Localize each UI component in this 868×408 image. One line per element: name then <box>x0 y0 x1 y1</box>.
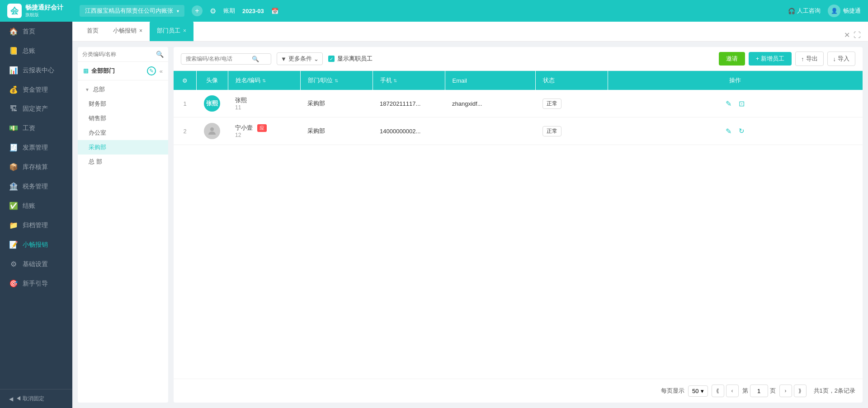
resigned-checkbox[interactable]: ✓ <box>328 56 335 62</box>
service-button[interactable]: 🎧 人工咨询 <box>788 7 821 15</box>
pin-label: ◀ 取消固定 <box>16 395 44 403</box>
page-number-input[interactable] <box>750 385 768 397</box>
prev-page-button[interactable]: ‹ <box>726 385 739 397</box>
company-selector[interactable]: 江西服宝精品有限责任公司内账张 ▾ <box>80 5 184 17</box>
settings-icon[interactable]: ⚙ <box>210 7 216 15</box>
sidebar-item-reports[interactable]: 📊 云报表中心 <box>0 61 72 80</box>
svg-point-0 <box>210 127 214 131</box>
reports-icon: 📊 <box>9 66 18 75</box>
import-button[interactable]: ↓ 导入 <box>827 52 856 66</box>
row2-status-cell: 正常 <box>535 117 608 145</box>
sidebar-label-home: 首页 <box>23 28 35 36</box>
tab-expense-close[interactable]: × <box>139 28 142 34</box>
sidebar-item-capital[interactable]: 💰 资金管理 <box>0 80 72 99</box>
th-dept[interactable]: 部门/职位 ⇅ <box>300 71 373 90</box>
invite-button[interactable]: 邀请 <box>719 52 745 66</box>
row1-action-icons: ✎ ⊡ <box>615 99 855 108</box>
user-info[interactable]: 👤 畅捷通 <box>828 5 861 17</box>
dept-node-office[interactable]: 办公室 <box>78 126 168 140</box>
row1-logout-icon[interactable]: ⊡ <box>739 99 745 108</box>
th-email: Email <box>445 71 535 90</box>
tab-home[interactable]: 首页 <box>80 22 106 41</box>
emp-search-icon[interactable]: 🔍 <box>252 56 259 62</box>
row2-avatar-cell <box>196 117 228 145</box>
sidebar-item-inventory[interactable]: 📦 库存核算 <box>0 157 72 177</box>
sidebar-pin-toggle[interactable]: ◀ ◀ 取消固定 <box>0 389 72 408</box>
tab-home-label: 首页 <box>87 27 99 35</box>
period-value[interactable]: 2023-03 <box>242 8 264 14</box>
th-name[interactable]: 姓名/编码 ⇅ <box>228 71 300 90</box>
dept-search-input[interactable] <box>82 51 153 57</box>
next-page-button[interactable]: › <box>779 385 792 397</box>
sidebar-label-invoice: 发票管理 <box>23 144 48 152</box>
sidebar-item-settings[interactable]: ⚙ 基础设置 <box>0 254 72 274</box>
logo-area: 会 畅捷通好会计 旗舰版 <box>7 4 80 18</box>
tab-bar: 首页 小畅报销 × 部门员工 × ✕ ⛶ <box>72 22 868 42</box>
more-filter-button[interactable]: ▼ 更多条件 ⌄ <box>277 52 323 65</box>
row2-edit-icon[interactable]: ✎ <box>726 127 731 136</box>
dept-header-icons: ✎ « <box>147 66 163 75</box>
row2-status-badge: 正常 <box>542 126 561 136</box>
sidebar-item-tax[interactable]: 🏦 税务管理 <box>0 177 72 196</box>
th-phone[interactable]: 手机 ⇅ <box>373 71 445 90</box>
sidebar-label-settle: 结账 <box>23 202 35 210</box>
username: 畅捷通 <box>843 7 861 15</box>
capital-icon: 💰 <box>9 85 18 94</box>
th-settings[interactable]: ⚙ <box>174 71 196 90</box>
invoice-icon: 🧾 <box>9 143 18 152</box>
dept-node-hq2[interactable]: 总 部 <box>78 155 168 169</box>
emp-search-input[interactable] <box>186 56 249 62</box>
sidebar-item-ledger[interactable]: 📒 总账 <box>0 41 72 61</box>
tab-dept-emp-close[interactable]: × <box>183 28 186 34</box>
dept-node-hq[interactable]: ▼ 总部 <box>78 82 168 97</box>
page-size-select[interactable]: 50 ▾ <box>688 385 708 397</box>
add-emp-button[interactable]: + 新增员工 <box>749 52 792 66</box>
row2-delete-icon[interactable]: ↻ <box>739 127 745 135</box>
tab-expense[interactable]: 小畅报销 × <box>106 22 150 41</box>
settings-nav-icon: ⚙ <box>9 260 18 268</box>
sidebar-item-invoice[interactable]: 🧾 发票管理 <box>0 138 72 157</box>
sidebar-label-tax: 税务管理 <box>23 183 48 191</box>
tax-icon: 🏦 <box>9 182 18 191</box>
sidebar-item-settle[interactable]: ✅ 结账 <box>0 196 72 216</box>
show-resigned-toggle[interactable]: ✓ 显示离职员工 <box>328 55 373 63</box>
headset-icon: 🎧 <box>788 8 795 14</box>
sidebar-item-assets[interactable]: 🏗 固定资产 <box>0 99 72 118</box>
export-button[interactable]: ↑ 导出 <box>795 52 824 66</box>
calendar-icon[interactable]: 📅 <box>271 8 278 14</box>
expand-window-icon[interactable]: ⛶ <box>854 31 861 39</box>
th-status: 状态 <box>535 71 608 90</box>
more-filter-label: 更多条件 <box>288 55 312 63</box>
page-size-arrow-icon: ▾ <box>701 388 704 394</box>
first-page-button[interactable]: ⟪ <box>712 385 724 397</box>
tab-dept-emp-label: 部门员工 <box>157 27 180 35</box>
tab-dept-emp[interactable]: 部门员工 × <box>150 22 193 41</box>
dept-node-sales[interactable]: 销售部 <box>78 111 168 126</box>
sidebar-label-inventory: 库存核算 <box>23 163 48 171</box>
row1-edit-icon[interactable]: ✎ <box>726 99 731 108</box>
all-dept-label[interactable]: 全部部门 <box>91 67 115 75</box>
sidebar-label-assets: 固定资产 <box>23 105 48 113</box>
dept-header: ⊞ 全部部门 ✎ « <box>78 62 168 80</box>
dept-collapse-icon[interactable]: « <box>160 68 163 75</box>
dept-edit-icon[interactable]: ✎ <box>147 66 156 75</box>
close-window-icon[interactable]: ✕ <box>844 31 850 39</box>
sidebar-label-archive: 归档管理 <box>23 221 48 230</box>
salary-icon: 💵 <box>9 124 18 132</box>
page-nav: ⟪ ‹ <box>712 385 739 397</box>
sidebar-item-salary[interactable]: 💵 工资 <box>0 118 72 138</box>
chevron-down-icon: ⌄ <box>314 56 319 62</box>
sidebar-item-guide[interactable]: 🎯 新手引导 <box>0 274 72 293</box>
row1-avatar-cell: 张熙 <box>196 90 228 117</box>
last-page-button[interactable]: ⟫ <box>794 385 807 397</box>
row2-name-cell: 宁小壹 应 12 <box>228 117 300 145</box>
sidebar-item-archive[interactable]: 📁 归档管理 <box>0 216 72 235</box>
dept-search-icon[interactable]: 🔍 <box>156 51 164 58</box>
add-tab-button[interactable]: + <box>192 5 203 16</box>
dept-node-finance[interactable]: 财务部 <box>78 97 168 111</box>
sidebar-item-home[interactable]: 🏠 首页 <box>0 22 72 41</box>
sidebar-label-settings: 基础设置 <box>23 260 48 268</box>
dept-node-purchase[interactable]: 采购部 <box>78 140 168 155</box>
th-action: 操作 <box>608 71 863 90</box>
sidebar-item-expense[interactable]: 📝 小畅报销 <box>0 235 72 254</box>
